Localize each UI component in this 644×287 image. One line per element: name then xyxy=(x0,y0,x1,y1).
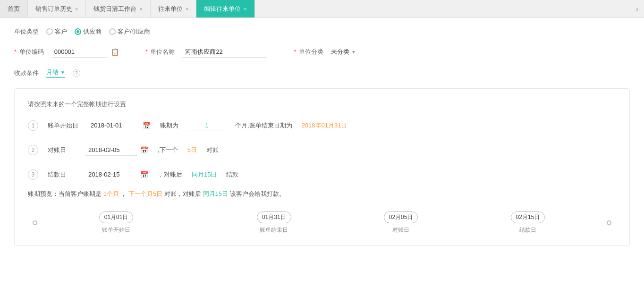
radio-customer-supplier[interactable]: 客户/供应商 xyxy=(109,27,150,36)
timeline-node-3-badge: 02月05日 xyxy=(384,211,418,223)
tab-edit-partner-label: 编辑往来单位 xyxy=(204,5,241,13)
timeline-node-2-badge: 01月31日 xyxy=(257,211,291,223)
unit-name-input[interactable] xyxy=(182,46,267,58)
step-1-period-input[interactable] xyxy=(188,121,226,130)
timeline-seg-5 xyxy=(545,223,607,223)
unit-type-label: 单位类型 xyxy=(14,27,39,36)
radio-customer-supplier-label: 客户/供应商 xyxy=(118,27,150,36)
step-3-label: 结款日 xyxy=(48,170,76,179)
step-3-row: 3 结款日 📅 ，对账后 同月15日 结款 xyxy=(28,169,616,180)
unit-code-field-group: 📋 xyxy=(51,46,119,58)
timeline-node-4-label: 结款日 xyxy=(519,226,536,234)
timeline-node-4-badge: 02月15日 xyxy=(511,211,545,223)
unit-classify-select[interactable]: 未分类 ▼ xyxy=(331,48,356,56)
step-3-suffix: 结款 xyxy=(226,170,238,179)
preview-text: 账期预览：当前客户账期是 1个月 ， 下一个月5日 对账，对账后 同月15日 该… xyxy=(28,190,616,198)
step-1-mid-text: 账期为 xyxy=(160,121,178,130)
required-star-name: * xyxy=(145,48,148,55)
tab-sales-history-label: 销售订单历史 xyxy=(35,5,72,13)
step-2-calendar-icon[interactable]: 📅 xyxy=(140,146,148,154)
radio-customer[interactable]: 客户 xyxy=(46,27,67,36)
radio-customer-supplier-circle xyxy=(109,28,116,35)
unit-type-row: 单位类型 客户 供应商 客户/供应商 xyxy=(14,27,630,36)
tab-partner-units[interactable]: 往来单位 × xyxy=(151,0,196,17)
tab-home[interactable]: 首页 xyxy=(0,0,28,17)
preview-end: 该客户会给我打款。 xyxy=(230,190,285,197)
card-title: 请按照未来的一个完整帐期进行设置 xyxy=(28,100,616,109)
timeline-node-3-label: 对账日 xyxy=(392,226,409,234)
radio-supplier[interactable]: 供应商 xyxy=(75,27,102,36)
payment-terms-help-icon[interactable]: ? xyxy=(73,69,80,77)
tab-cash-workbench-close[interactable]: × xyxy=(139,6,142,12)
step-2-row: 2 对账日 📅 ,下一个 5日 对账 xyxy=(28,144,616,156)
timeline-right-dot xyxy=(607,220,611,225)
step-1-row: 1 账单开始日 📅 账期为 个月,账单结束日期为 2018年01月31日 xyxy=(28,120,616,131)
tab-home-label: 首页 xyxy=(8,5,20,13)
step-3-highlight: 同月15日 xyxy=(192,170,217,179)
step-2-suffix: 对账 xyxy=(206,146,219,154)
step-2-date-group: 📅 xyxy=(85,144,148,156)
timeline-seg-2 xyxy=(133,223,256,223)
step-3-calendar-icon[interactable]: 📅 xyxy=(140,171,148,178)
timeline-seg-4 xyxy=(418,223,510,223)
step-1-num: 1 xyxy=(28,120,38,131)
unit-info-row: * 单位编码 📋 * 单位名称 * 单位分类 未分类 ▼ xyxy=(14,46,630,58)
timeline-node-1-label: 账单开始日 xyxy=(102,226,130,234)
timeline-left-dot xyxy=(33,220,37,225)
payment-terms-label: 收款条件 xyxy=(14,69,39,77)
step-2-highlight: 5日 xyxy=(187,146,197,154)
main-content: 单位类型 客户 供应商 客户/供应商 * 单位编码 📋 * xyxy=(0,18,644,287)
preview-reconcile: 下一个月5日 xyxy=(128,190,162,197)
unit-name-field-group xyxy=(182,46,267,58)
preview-sep2: 对账，对账后 xyxy=(164,190,201,197)
timeline-node-3: 02月05日 对账日 xyxy=(384,211,418,234)
payment-terms-row: 收款条件 月结 ▼ ? xyxy=(14,68,630,78)
step-2-date-input[interactable] xyxy=(85,144,137,156)
payment-terms-value: 月结 xyxy=(46,68,59,76)
radio-customer-label: 客户 xyxy=(55,27,67,36)
step-3-date-group: 📅 xyxy=(85,169,148,180)
preview-sep1: ， xyxy=(120,190,127,197)
tab-edit-partner-close[interactable]: × xyxy=(244,6,246,12)
unit-classify-label: * 单位分类 xyxy=(294,48,323,56)
unit-classify-value: 未分类 xyxy=(331,48,349,56)
tab-cash-workbench-label: 钱货日清工作台 xyxy=(93,5,136,13)
step-1-label: 账单开始日 xyxy=(48,121,78,130)
radio-supplier-label: 供应商 xyxy=(83,27,102,36)
timeline-node-1-badge: 01月01日 xyxy=(99,211,134,223)
tab-bar: 首页 销售订单历史 × 钱货日清工作台 × 往来单位 × 编辑往来单位 × › xyxy=(0,0,644,18)
tab-more-button[interactable]: › xyxy=(630,0,644,17)
tab-sales-history-close[interactable]: × xyxy=(75,6,78,12)
step-2-label: 对账日 xyxy=(48,146,76,154)
required-star-code: * xyxy=(14,48,17,55)
timeline-node-1: 01月01日 账单开始日 xyxy=(99,211,134,234)
step-1-date-group: 📅 xyxy=(88,120,151,131)
tab-partner-units-label: 往来单位 xyxy=(158,5,183,13)
required-star-classify: * xyxy=(294,48,296,55)
timeline-node-2: 01月31日 账单结束日 xyxy=(257,211,291,234)
payment-terms-arrow-icon: ▼ xyxy=(60,70,65,75)
tab-sales-history[interactable]: 销售订单历史 × xyxy=(28,0,86,17)
payment-terms-select[interactable]: 月结 ▼ xyxy=(46,68,65,78)
unit-name-label: * 单位名称 xyxy=(145,48,175,56)
step-3-prefix: ，对账后 xyxy=(158,170,182,179)
timeline-seg-3 xyxy=(291,223,384,223)
step-2-prefix: ,下一个 xyxy=(158,146,178,154)
preview-payment: 同月15日 xyxy=(203,190,228,197)
unit-type-radio-group: 客户 供应商 客户/供应商 xyxy=(46,27,150,36)
preview-months: 1个月 xyxy=(103,190,119,197)
radio-customer-circle xyxy=(46,28,53,35)
radio-supplier-circle xyxy=(75,28,81,35)
timeline-node-4: 02月15日 结款日 xyxy=(511,211,545,234)
tab-cash-workbench[interactable]: 钱货日清工作台 × xyxy=(86,0,150,17)
step-1-end-date: 2018年01月31日 xyxy=(302,121,347,130)
step-1-date-input[interactable] xyxy=(88,120,140,131)
tab-edit-partner[interactable]: 编辑往来单位 × xyxy=(196,0,254,17)
step-3-date-input[interactable] xyxy=(85,169,137,180)
unit-code-input[interactable] xyxy=(51,46,108,58)
preview-label: 账期预览：当前客户账期是 xyxy=(28,190,102,197)
step-2-num: 2 xyxy=(28,145,38,155)
step-1-calendar-icon[interactable]: 📅 xyxy=(143,122,151,129)
unit-code-copy-icon[interactable]: 📋 xyxy=(111,48,119,56)
tab-partner-units-close[interactable]: × xyxy=(186,6,188,12)
